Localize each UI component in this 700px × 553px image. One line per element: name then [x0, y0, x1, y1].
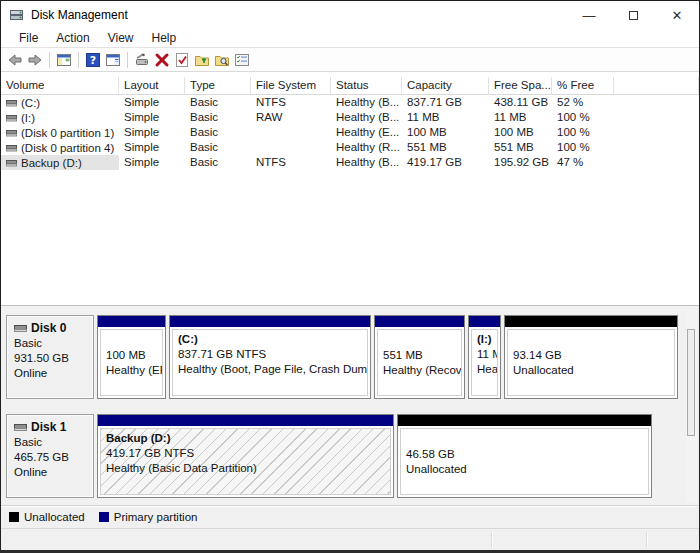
disk-0-label[interactable]: Disk 0 Basic 931.50 GB Online: [6, 315, 94, 399]
volume-type: Basic: [185, 125, 251, 140]
partition-title: Backup (D:): [106, 431, 388, 446]
partition-size: 11 M: [477, 347, 495, 362]
volume-pct-free: 100 %: [552, 125, 614, 140]
partition-status: Healthy (Basic Data Partition): [106, 461, 388, 476]
status-bar: [1, 528, 699, 550]
table-row[interactable]: (I:) Simple Basic RAW Healthy (B... 11 M…: [1, 110, 699, 125]
maximize-button[interactable]: [611, 1, 655, 29]
disk-icon: [14, 424, 27, 431]
primary-partition-band: [98, 316, 165, 327]
menu-help[interactable]: Help: [143, 31, 186, 45]
column-header-file-system[interactable]: File System: [251, 77, 331, 95]
disk-name: Disk 0: [31, 321, 66, 336]
volume-status: Healthy (B...: [331, 155, 402, 170]
toolbar-separator: [49, 52, 50, 68]
close-button[interactable]: ✕: [655, 1, 699, 29]
partition-size: 93.14 GB: [513, 348, 672, 363]
table-row[interactable]: (C:) Simple Basic NTFS Healthy (B... 837…: [1, 95, 699, 110]
column-header-volume[interactable]: Volume: [1, 77, 119, 95]
volume-layout: Simple: [119, 140, 185, 155]
partition-i[interactable]: (I:) 11 M Heal: [468, 315, 501, 399]
partition-status: Unallocated: [406, 462, 646, 477]
volume-list-header: Volume Layout Type File System Status Ca…: [1, 77, 699, 95]
legend-label: Unallocated: [24, 511, 85, 523]
disk-graphical-pane: Disk 0 Basic 931.50 GB Online 100 MB Hea…: [1, 305, 699, 505]
volume-status: Healthy (R...: [331, 140, 402, 155]
menu-bar: File Action View Help: [1, 29, 699, 48]
volume-layout: Simple: [119, 110, 185, 125]
volume-name: (Disk 0 partition 1): [21, 127, 114, 139]
unallocated-space-disk0[interactable]: 93.14 GB Unallocated: [504, 315, 678, 399]
title-bar: Disk Management — ✕: [1, 1, 699, 29]
statusbar-divider: [491, 532, 492, 547]
forward-icon[interactable]: [25, 50, 45, 70]
legend-primary-partition: Primary partition: [99, 511, 198, 523]
volume-layout: Simple: [119, 155, 185, 170]
column-header-layout[interactable]: Layout: [119, 77, 185, 95]
unallocated-band: [505, 316, 677, 327]
open-folder-icon[interactable]: [192, 50, 212, 70]
column-header-free-space[interactable]: Free Spa...: [489, 77, 552, 95]
table-row[interactable]: (Disk 0 partition 4) Simple Basic Health…: [1, 140, 699, 155]
volume-file-system: [251, 125, 331, 140]
menu-file[interactable]: File: [10, 31, 47, 45]
unallocated-band: [398, 415, 651, 426]
volume-icon: [6, 114, 17, 122]
volume-free-space: 195.92 GB: [489, 155, 552, 170]
partition-status: Healthy (Boot, Page File, Crash Dump,: [178, 362, 365, 377]
toolbar-separator: [127, 52, 128, 68]
help-icon[interactable]: ?: [83, 50, 103, 70]
disk-status: Online: [14, 465, 93, 480]
disk-size: 931.50 GB: [14, 351, 93, 366]
unallocated-space-disk1[interactable]: 46.58 GB Unallocated: [397, 414, 652, 498]
action-pane-icon[interactable]: [103, 50, 123, 70]
disk-1-label[interactable]: Disk 1 Basic 465.75 GB Online: [6, 414, 94, 498]
device-icon[interactable]: [132, 50, 152, 70]
console-tree-icon[interactable]: [54, 50, 74, 70]
column-header-status[interactable]: Status: [331, 77, 402, 95]
menu-view[interactable]: View: [99, 31, 143, 45]
column-header-capacity[interactable]: Capacity: [402, 77, 489, 95]
volume-layout: Simple: [119, 125, 185, 140]
volume-icon: [6, 159, 17, 167]
disk-1-row: Disk 1 Basic 465.75 GB Online Backup (D:…: [6, 414, 699, 498]
back-icon[interactable]: [5, 50, 25, 70]
menu-action[interactable]: Action: [47, 31, 98, 45]
partition-efi[interactable]: 100 MB Healthy (EF: [97, 315, 166, 399]
properties-icon[interactable]: [232, 50, 252, 70]
partition-recovery[interactable]: 551 MB Healthy (Recove: [374, 315, 465, 399]
volume-pct-free: 100 %: [552, 140, 614, 155]
volume-file-system: NTFS: [251, 155, 331, 170]
primary-partition-band: [469, 316, 500, 327]
volume-status: Healthy (B...: [331, 95, 402, 110]
unallocated-swatch: [9, 512, 19, 522]
legend-bar: Unallocated Primary partition: [1, 505, 699, 528]
volume-capacity: 551 MB: [402, 140, 489, 155]
minimize-button[interactable]: —: [567, 1, 611, 29]
partition-c[interactable]: (C:) 837.71 GB NTFS Healthy (Boot, Page …: [169, 315, 371, 399]
volume-free-space: 438.11 GB: [489, 95, 552, 110]
maximize-icon: [629, 11, 638, 20]
partition-status: Heal: [477, 362, 495, 377]
partition-size: 419.17 GB NTFS: [106, 446, 388, 461]
column-header-type[interactable]: Type: [185, 77, 251, 95]
column-header-pct-free[interactable]: % Free: [552, 77, 614, 95]
partition-status: Unallocated: [513, 363, 672, 378]
partition-title: (I:): [477, 332, 495, 347]
explore-folder-icon[interactable]: [212, 50, 232, 70]
disk-icon: [14, 325, 27, 332]
vertical-scrollbar[interactable]: [686, 309, 696, 502]
partition-backup-d[interactable]: Backup (D:) 419.17 GB NTFS Healthy (Basi…: [97, 414, 394, 498]
primary-partition-band: [98, 415, 393, 426]
volume-capacity: 100 MB: [402, 125, 489, 140]
partition-status: Healthy (EF: [106, 363, 160, 378]
volume-name: (I:): [21, 112, 35, 124]
mark-active-icon[interactable]: [172, 50, 192, 70]
window-title: Disk Management: [31, 8, 128, 22]
table-row[interactable]: (Disk 0 partition 1) Simple Basic Health…: [1, 125, 699, 140]
delete-volume-icon[interactable]: [152, 50, 172, 70]
scrollbar-thumb[interactable]: [687, 329, 695, 436]
volume-file-system: NTFS: [251, 95, 331, 110]
table-row-selected[interactable]: Backup (D:) Simple Basic NTFS Healthy (B…: [1, 155, 699, 170]
toolbar-separator: [78, 52, 79, 68]
